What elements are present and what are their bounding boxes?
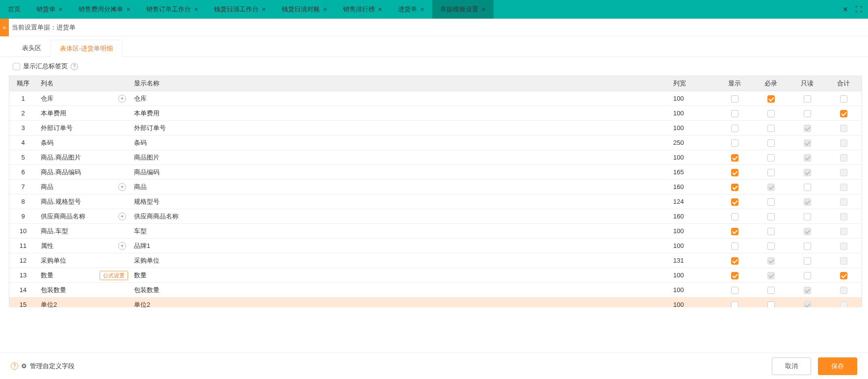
show-summary-checkbox[interactable] (13, 63, 20, 70)
req-checkbox[interactable] (767, 95, 775, 103)
req-checkbox[interactable] (767, 169, 775, 176)
cell-display-name[interactable]: 单位2 (130, 300, 669, 308)
top-tab[interactable]: 进货单✕ (390, 0, 432, 19)
cell-display-name[interactable]: 外部订单号 (130, 124, 669, 133)
formula-setting-button[interactable]: 公式设置 (100, 271, 128, 280)
cell-display-name[interactable]: 供应商商品名称 (130, 212, 669, 221)
inner-tab[interactable]: 表体区-进货单明细 (51, 40, 122, 57)
cell-display-name[interactable]: 商品图片 (130, 153, 669, 162)
add-icon[interactable]: + (118, 213, 126, 220)
fullscreen-icon[interactable]: ⛶ (855, 5, 862, 13)
ro-checkbox[interactable] (804, 257, 811, 265)
top-tab[interactable]: 销货单✕ (28, 0, 71, 19)
table-row[interactable]: 6商品.商品编码商品编码165 (9, 165, 862, 180)
show-checkbox[interactable] (731, 287, 738, 294)
close-icon[interactable]: ✕ (262, 6, 266, 13)
cell-width[interactable]: 100 (669, 286, 716, 294)
show-checkbox[interactable] (731, 139, 738, 147)
cell-display-name[interactable]: 车型 (130, 227, 669, 236)
table-row[interactable]: 15单位2单位2100 (9, 298, 862, 307)
cell-width[interactable]: 131 (669, 257, 716, 264)
cell-width[interactable]: 100 (669, 271, 716, 279)
show-checkbox[interactable] (731, 95, 738, 103)
cell-display-name[interactable]: 规格型号 (130, 197, 669, 206)
show-checkbox[interactable] (731, 257, 738, 265)
cell-width[interactable]: 100 (669, 109, 716, 117)
cell-width[interactable]: 100 (669, 242, 716, 249)
cell-display-name[interactable]: 本单费用 (130, 109, 669, 118)
req-checkbox[interactable] (767, 154, 775, 162)
add-icon[interactable]: + (118, 183, 126, 191)
show-checkbox[interactable] (731, 301, 738, 307)
close-icon[interactable]: ✕ (378, 6, 382, 13)
cell-display-name[interactable]: 仓库 (130, 94, 669, 103)
cell-display-name[interactable]: 品牌1 (130, 242, 669, 250)
req-checkbox[interactable] (767, 213, 775, 220)
table-row[interactable]: 1仓库+仓库100 (9, 91, 862, 106)
top-tab[interactable]: 销售排行榜✕ (335, 0, 390, 19)
show-checkbox[interactable] (731, 125, 738, 132)
table-row[interactable]: 12采购单位采购单位131 (9, 253, 862, 268)
table-row[interactable]: 11属性+品牌1100 (9, 239, 862, 253)
cell-width[interactable]: 100 (669, 95, 716, 102)
expand-chevron-icon[interactable]: » (0, 19, 9, 36)
req-checkbox[interactable] (767, 228, 775, 235)
table-row[interactable]: 7商品+商品160 (9, 180, 862, 194)
table-row[interactable]: 3外部订单号外部订单号100 (9, 121, 862, 135)
close-icon[interactable]: ✕ (58, 6, 63, 13)
cell-width[interactable]: 100 (669, 301, 716, 307)
cell-display-name[interactable]: 包装数量 (130, 286, 669, 295)
cell-width[interactable]: 160 (669, 213, 716, 220)
close-icon[interactable]: ✕ (323, 6, 327, 13)
cell-display-name[interactable]: 条码 (130, 138, 669, 147)
close-icon[interactable]: ✕ (420, 6, 424, 13)
req-checkbox[interactable] (767, 110, 775, 117)
inner-tab[interactable]: 表头区 (13, 39, 51, 56)
cell-width[interactable]: 165 (669, 168, 716, 176)
table-row[interactable]: 2本单费用本单费用100 (9, 106, 862, 121)
ro-checkbox[interactable] (804, 243, 811, 250)
cell-width[interactable]: 160 (669, 183, 716, 190)
add-icon[interactable]: + (118, 242, 126, 250)
ro-checkbox[interactable] (804, 213, 811, 220)
show-checkbox[interactable] (731, 272, 738, 279)
cell-width[interactable]: 250 (669, 139, 716, 146)
show-checkbox[interactable] (731, 154, 738, 162)
req-checkbox[interactable] (767, 198, 775, 206)
table-row[interactable]: 8商品.规格型号规格型号124 (9, 194, 862, 209)
cell-width[interactable]: 100 (669, 227, 716, 235)
req-checkbox[interactable] (767, 125, 775, 132)
cell-width[interactable]: 124 (669, 198, 716, 205)
top-tab[interactable]: 销售订单工作台✕ (138, 0, 206, 19)
top-tab[interactable]: 销售费用分摊单✕ (71, 0, 138, 19)
table-row[interactable]: 4条码条码250 (9, 135, 862, 150)
add-icon[interactable]: + (118, 95, 126, 103)
show-checkbox[interactable] (731, 198, 738, 206)
tot-checkbox[interactable] (840, 95, 847, 103)
table-row[interactable]: 5商品.商品图片商品图片100 (9, 150, 862, 165)
table-row[interactable]: 13数量公式设置数量100 (9, 268, 862, 283)
table-row[interactable]: 10商品.车型车型100 (9, 224, 862, 239)
help-icon[interactable]: ? (71, 63, 78, 70)
show-checkbox[interactable] (731, 213, 738, 220)
close-icon[interactable]: ✕ (194, 6, 198, 13)
cell-width[interactable]: 100 (669, 154, 716, 161)
table-row[interactable]: 14包装数量包装数量100 (9, 283, 862, 298)
ro-checkbox[interactable] (804, 95, 811, 103)
req-checkbox[interactable] (767, 139, 775, 147)
ro-checkbox[interactable] (804, 272, 811, 279)
cell-display-name[interactable]: 商品 (130, 183, 669, 191)
table-row[interactable]: 9供应商商品名称+供应商商品名称160 (9, 209, 862, 224)
top-tab[interactable]: 首页 (0, 0, 28, 19)
show-checkbox[interactable] (731, 110, 738, 117)
req-checkbox[interactable] (767, 301, 775, 307)
close-all-icon[interactable]: ✕ (842, 5, 848, 13)
ro-checkbox[interactable] (804, 110, 811, 117)
req-checkbox[interactable] (767, 287, 775, 294)
show-checkbox[interactable] (731, 243, 738, 250)
show-checkbox[interactable] (731, 169, 738, 176)
tot-checkbox[interactable] (840, 110, 847, 117)
ro-checkbox[interactable] (804, 184, 811, 191)
show-checkbox[interactable] (731, 228, 738, 235)
top-tab[interactable]: 钱货日清工作台✕ (206, 0, 274, 19)
